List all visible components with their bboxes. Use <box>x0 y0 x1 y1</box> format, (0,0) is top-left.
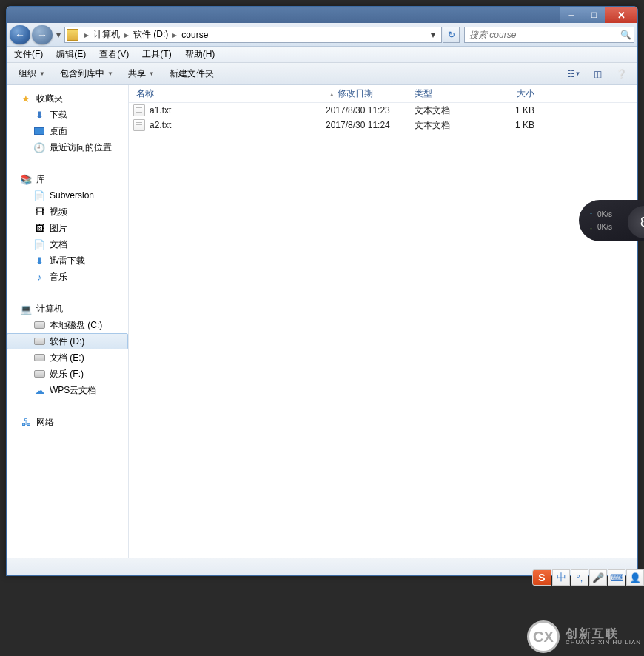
network-icon: 🖧 <box>20 417 32 429</box>
ime-keyboard-button[interactable]: ⌨ <box>608 569 625 586</box>
menu-edit[interactable]: 编辑(E) <box>53 47 89 62</box>
sidebar-item-xunlei[interactable]: ⬇迅雷下载 <box>7 252 128 269</box>
cloud-icon: ☁ <box>33 384 45 396</box>
xunlei-icon: ⬇ <box>33 255 45 267</box>
nav-bar: ← → ▾ ▸ 计算机 ▸ 软件 (D:) ▸ course ▾ ↻ 🔍 <box>7 23 637 47</box>
nav-history-dropdown[interactable]: ▾ <box>54 30 63 40</box>
file-type: 文本文档 <box>415 104 496 117</box>
brand-logo-icon: CX <box>527 620 560 653</box>
file-size: 1 KB <box>496 120 548 130</box>
drive-icon <box>33 368 45 380</box>
document-icon: 📄 <box>33 238 45 250</box>
menu-view[interactable]: 查看(V) <box>96 47 132 62</box>
search-icon[interactable]: 🔍 <box>617 30 634 40</box>
upload-speed: 0K/s <box>597 210 612 218</box>
organize-button[interactable]: 组织▼ <box>13 65 51 82</box>
sidebar-item-music[interactable]: ♪音乐 <box>7 269 128 285</box>
sidebar-libraries[interactable]: 📚库 <box>7 172 128 187</box>
column-header-date[interactable]: 修改日期 <box>326 87 415 100</box>
file-row[interactable]: a2.txt 2017/8/30 11:24 文本文档 1 KB <box>129 118 637 133</box>
column-header-row: 名称 ▴ 修改日期 类型 大小 <box>129 85 637 103</box>
preview-pane-button[interactable]: ◫ <box>588 67 606 81</box>
help-button[interactable]: ❔ <box>612 67 630 81</box>
textfile-icon <box>133 119 145 131</box>
search-box[interactable]: 🔍 <box>464 27 634 43</box>
brand-watermark: CX 创新互联 CHUANG XIN HU LIAN <box>527 620 641 653</box>
sidebar-favorites[interactable]: ★收藏夹 <box>7 91 128 107</box>
sidebar-item-wps[interactable]: ☁WPS云文档 <box>7 382 128 398</box>
breadcrumb-sep-icon[interactable]: ▸ <box>170 30 180 40</box>
chevron-down-icon: ▼ <box>39 70 45 77</box>
column-header-size[interactable]: 大小 <box>496 87 548 100</box>
menu-file[interactable]: 文件(F) <box>11 47 46 62</box>
download-arrow-icon: ↓ <box>589 223 593 231</box>
ime-lang-button[interactable]: 中 <box>552 569 570 586</box>
file-name: a2.txt <box>150 120 326 130</box>
music-icon: ♪ <box>33 271 45 283</box>
ime-voice-button[interactable]: 🎤 <box>589 569 607 586</box>
breadcrumb-sep-icon[interactable]: ▸ <box>121 30 132 40</box>
sidebar-item-e-drive[interactable]: 文档 (E:) <box>7 349 128 366</box>
refresh-button[interactable]: ↻ <box>443 27 460 43</box>
close-button[interactable]: ✕ <box>605 7 637 23</box>
menu-help[interactable]: 帮助(H) <box>182 47 218 62</box>
forward-button[interactable]: → <box>32 25 53 44</box>
library-icon: 📚 <box>20 174 32 186</box>
sidebar-item-videos[interactable]: 🎞视频 <box>7 204 128 220</box>
pictures-icon: 🖼 <box>33 222 45 234</box>
menu-tools[interactable]: 工具(T) <box>139 47 174 62</box>
new-folder-button[interactable]: 新建文件夹 <box>164 65 220 82</box>
address-dropdown-icon[interactable]: ▾ <box>426 30 440 40</box>
sidebar-item-f-drive[interactable]: 娱乐 (F:) <box>7 366 128 382</box>
breadcrumb-drive[interactable]: 软件 (D:) <box>132 28 170 41</box>
star-icon: ★ <box>20 93 32 105</box>
search-input[interactable] <box>465 30 617 40</box>
breadcrumb-sep-icon[interactable]: ▸ <box>81 30 92 40</box>
drive-icon <box>33 352 45 364</box>
subversion-icon: 📄 <box>33 190 45 201</box>
desktop-icon <box>33 125 45 137</box>
brand-name-cn: 创新互联 <box>566 627 641 640</box>
video-icon: 🎞 <box>33 206 45 218</box>
ime-user-button[interactable]: 👤 <box>626 569 644 586</box>
breadcrumb-folder[interactable]: course <box>180 30 209 40</box>
maximize-button[interactable]: ☐ <box>583 7 605 23</box>
ime-punct-button[interactable]: °, <box>571 569 588 586</box>
include-library-button[interactable]: 包含到库中▼ <box>54 65 119 82</box>
sidebar-item-c-drive[interactable]: 本地磁盘 (C:) <box>7 317 128 333</box>
file-row[interactable]: a1.txt 2017/8/30 11:23 文本文档 1 KB <box>129 103 637 118</box>
explorer-window: ─ ☐ ✕ ← → ▾ ▸ 计算机 ▸ 软件 (D:) ▸ course ▾ ↻… <box>6 6 638 576</box>
sidebar-item-d-drive[interactable]: 软件 (D:) <box>7 333 128 349</box>
sidebar-network[interactable]: 🖧网络 <box>7 415 128 430</box>
menu-bar: 文件(F) 编辑(E) 查看(V) 工具(T) 帮助(H) <box>7 47 637 63</box>
column-header-type[interactable]: 类型 <box>415 87 496 100</box>
minimize-button[interactable]: ─ <box>560 7 583 23</box>
nav-pane: ★收藏夹 ⬇下载 桌面 🕘最近访问的位置 📚库 📄Subversion 🎞视频 … <box>7 85 129 558</box>
sidebar-item-documents[interactable]: 📄文档 <box>7 236 128 252</box>
file-size: 1 KB <box>496 105 548 116</box>
sidebar-item-downloads[interactable]: ⬇下载 <box>7 107 128 123</box>
drive-icon <box>33 335 45 347</box>
titlebar[interactable]: ─ ☐ ✕ <box>7 7 637 23</box>
back-button[interactable]: ← <box>10 25 30 44</box>
download-speed: 0K/s <box>597 223 612 231</box>
view-options-button[interactable]: ☷ ▼ <box>565 67 583 81</box>
sidebar-item-pictures[interactable]: 🖼图片 <box>7 220 128 236</box>
brand-name-en: CHUANG XIN HU LIAN <box>566 640 641 646</box>
computer-icon: 💻 <box>20 304 32 315</box>
file-type: 文本文档 <box>415 119 496 132</box>
ime-toolbar: S 中 °, 🎤 ⌨ 👤 <box>532 569 644 586</box>
chevron-down-icon: ▼ <box>107 70 113 77</box>
download-icon: ⬇ <box>33 109 45 121</box>
column-header-name[interactable]: 名称 <box>133 87 326 100</box>
sidebar-item-desktop[interactable]: 桌面 <box>7 123 128 139</box>
sidebar-item-recent[interactable]: 🕘最近访问的位置 <box>7 139 128 155</box>
sidebar-computer[interactable]: 💻计算机 <box>7 301 128 317</box>
file-list-pane: 名称 ▴ 修改日期 类型 大小 a1.txt 2017/8/30 11:23 文… <box>129 85 637 558</box>
address-bar[interactable]: ▸ 计算机 ▸ 软件 (D:) ▸ course ▾ <box>64 27 442 43</box>
breadcrumb-computer[interactable]: 计算机 <box>92 28 121 41</box>
sidebar-item-subversion[interactable]: 📄Subversion <box>7 187 128 204</box>
file-date: 2017/8/30 11:24 <box>326 120 415 130</box>
share-button[interactable]: 共享▼ <box>122 65 161 82</box>
ime-logo-button[interactable]: S <box>532 569 551 586</box>
